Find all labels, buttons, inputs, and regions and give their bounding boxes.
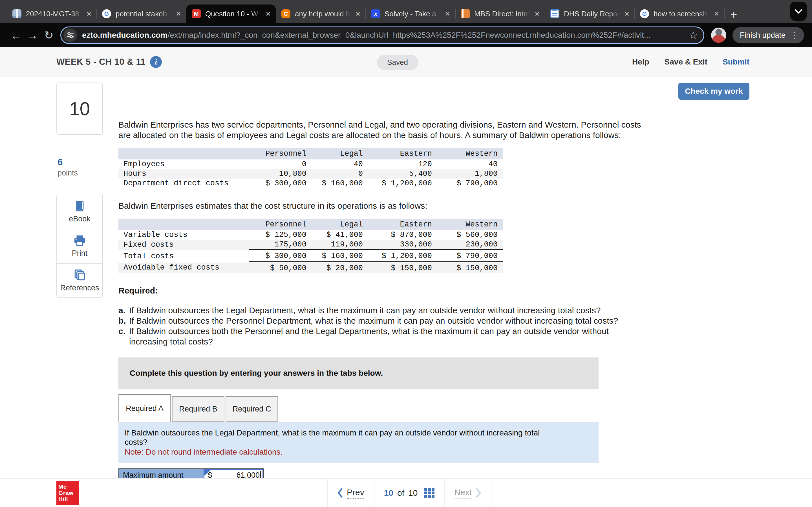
required-item-a: a. If Baldwin outsources the Legal Depar…: [118, 305, 631, 316]
required-items: a. If Baldwin outsources the Legal Depar…: [118, 305, 631, 347]
table-row: Employees 0 40 120 40: [118, 159, 503, 169]
tab-required-c[interactable]: Required C: [225, 396, 278, 422]
close-icon[interactable]: ×: [266, 10, 271, 18]
question-content: Check my work 10 6 points eBook Print: [0, 78, 812, 478]
forward-icon[interactable]: →: [24, 29, 41, 42]
tab-google-search-2[interactable]: G how to screensh ×: [635, 4, 724, 23]
divider: [657, 56, 657, 68]
item-letter: b.: [118, 316, 126, 326]
tab-required-b[interactable]: Required B: [172, 396, 224, 422]
close-icon[interactable]: ×: [86, 10, 91, 18]
col-header-eastern: Eastern: [368, 219, 438, 230]
page-indicator: 10 of 10: [374, 479, 444, 507]
tab-mbs-direct[interactable]: MBS Direct: Intro ×: [455, 4, 545, 23]
close-icon[interactable]: ×: [714, 10, 719, 18]
tab-question-10-active[interactable]: M Question 10 - W ×: [186, 4, 276, 23]
table-row: Department direct costs $ 300,000 $ 160,…: [118, 179, 503, 188]
required-item-b: b. If Baldwin outsources the Personnel D…: [118, 316, 631, 326]
complete-question-banner: Complete this question by entering your …: [118, 357, 599, 389]
tab-lms-course[interactable]: 202410-MGT-38 ×: [7, 4, 96, 23]
next-button[interactable]: Next: [444, 479, 492, 507]
chegg-favicon-icon: C: [282, 9, 290, 18]
answer-tabs: Required A Required B Required C: [118, 394, 649, 422]
col-header-eastern: Eastern: [368, 148, 438, 159]
item-text: If Baldwin outsources the Legal Departme…: [129, 305, 601, 315]
print-icon: [73, 235, 86, 247]
save-and-exit-link[interactable]: Save & Exit: [665, 57, 708, 66]
new-tab-button[interactable]: +: [730, 9, 737, 21]
help-link[interactable]: Help: [632, 57, 649, 66]
current-page: 10: [384, 488, 393, 498]
logo-line: Hill: [58, 496, 79, 502]
col-header-personnel: Personnel: [249, 148, 312, 159]
col-header-legal: Legal: [312, 219, 368, 230]
table-header-row: Personnel Legal Eastern Western: [118, 148, 503, 159]
required-heading: Required:: [118, 286, 649, 295]
close-icon[interactable]: ×: [176, 10, 181, 18]
bookmark-star-icon[interactable]: ☆: [689, 29, 698, 41]
table-row: Hours 10,800 0 5,400 1,800: [118, 169, 503, 179]
of-label: of: [397, 488, 404, 498]
table-row-variable-costs: Variable costs $ 125,000 $ 41,000 $ 870,…: [118, 230, 503, 240]
reload-icon[interactable]: ↻: [41, 29, 57, 42]
col-header-western: Western: [438, 219, 503, 230]
url-text[interactable]: ezto.mheducation.com/ext/map/index.html?…: [82, 31, 685, 40]
chevron-down-icon: [795, 9, 802, 14]
question-map-grid-icon[interactable]: [424, 488, 435, 498]
info-icon[interactable]: i: [150, 56, 162, 68]
question-pager: Prev 10 of 10 Next: [327, 479, 492, 507]
saved-status-badge: Saved: [377, 55, 418, 70]
submit-link[interactable]: Submit: [723, 57, 749, 66]
google-favicon-icon: G: [640, 9, 649, 18]
close-icon[interactable]: ×: [445, 10, 450, 18]
references-label: References: [60, 284, 99, 292]
finish-update-button[interactable]: Finish update ⋮: [732, 27, 804, 43]
close-icon[interactable]: ×: [355, 10, 360, 18]
resource-tools: eBook Print References: [56, 194, 103, 298]
tab-search-button[interactable]: [790, 2, 807, 21]
prev-button[interactable]: Prev: [327, 479, 374, 507]
finish-update-label: Finish update: [740, 31, 785, 40]
required-a-panel: If Baldwin outsources the Legal Departme…: [118, 422, 599, 463]
ebook-button[interactable]: eBook: [57, 194, 102, 229]
print-button[interactable]: Print: [57, 229, 102, 263]
table-header-row: Personnel Legal Eastern Western: [118, 219, 503, 230]
col-header: [118, 148, 249, 159]
address-bar[interactable]: ezto.mheducation.com/ext/map/index.html?…: [60, 26, 704, 44]
chevron-right-icon: [476, 488, 481, 498]
tab-solvely[interactable]: x Solvely - Take a ×: [365, 4, 455, 23]
browser-toolbar: ← → ↻ ezto.mheducation.com/ext/map/index…: [0, 23, 812, 47]
tab-dhs-report[interactable]: DHS Daily Repor ×: [545, 4, 635, 23]
site-settings-icon[interactable]: [63, 29, 77, 42]
university-favicon-icon: [12, 9, 21, 18]
url-domain: ezto.mheducation.com: [82, 31, 167, 40]
chevron-left-icon: [337, 488, 343, 498]
assignment-header: WEEK 5 - CH 10 & 11 i Saved Help Save & …: [0, 47, 812, 77]
col-header-western: Western: [438, 148, 503, 159]
profile-avatar[interactable]: [711, 27, 726, 43]
references-button[interactable]: References: [57, 263, 102, 297]
references-icon: [73, 269, 86, 281]
tab-title: MBS Direct: Intro: [474, 10, 530, 18]
tab-title: potential stakeh: [116, 10, 171, 18]
tab-google-search-1[interactable]: G potential stakeh ×: [96, 4, 186, 23]
back-icon[interactable]: ←: [8, 29, 24, 42]
browser-menu-icon[interactable]: ⋮: [790, 31, 799, 40]
tab-title: DHS Daily Repor: [564, 10, 620, 18]
cell-marker-icon: [204, 469, 212, 476]
close-icon[interactable]: ×: [624, 10, 629, 18]
check-my-work-button[interactable]: Check my work: [678, 83, 749, 100]
col-header: [118, 219, 249, 230]
cost-structure-table: Personnel Legal Eastern Western Variable…: [118, 219, 503, 273]
tab-chegg[interactable]: C any help would b ×: [276, 4, 365, 23]
mcgraw-hill-logo: Mc Graw Hill: [56, 482, 79, 505]
logo-line: Mc: [58, 484, 79, 490]
total-pages: 10: [408, 488, 417, 498]
solvely-favicon-icon: x: [371, 9, 380, 18]
logo-line: Graw: [58, 490, 79, 496]
tab-required-a[interactable]: Required A: [118, 394, 171, 422]
google-favicon-icon: G: [102, 9, 111, 18]
close-icon[interactable]: ×: [535, 10, 540, 18]
divider: [715, 56, 715, 68]
tab-title: any help would b: [295, 10, 351, 18]
